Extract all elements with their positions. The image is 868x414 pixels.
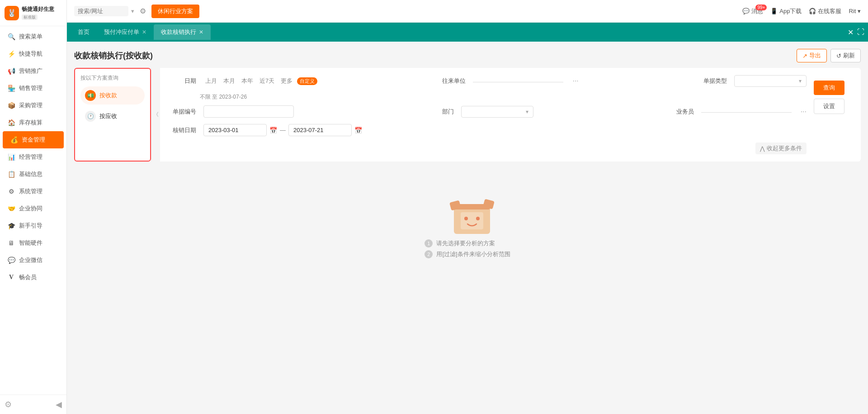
empty-illustration — [445, 189, 490, 234]
hint-num-1: 1 — [425, 239, 433, 247]
date-this-year[interactable]: 本年 — [240, 76, 255, 86]
filter-row-2: 单据编号 部门 ▾ 业务员 ··· — [169, 105, 807, 118]
app-download-button[interactable]: 📱 App下载 — [770, 7, 802, 15]
salesperson-input[interactable] — [701, 110, 792, 113]
counterparty-input[interactable] — [473, 80, 563, 82]
sidebar: 🐰 畅捷通好生意 标准版 🔍 搜索菜单 ⚡ 快捷导航 📢 营销推广 🏪 销售管理… — [0, 0, 67, 414]
sidebar-item-basic[interactable]: 📋 基础信息 — [0, 166, 66, 183]
basic-icon: 📋 — [7, 171, 15, 178]
empty-svg — [445, 189, 499, 238]
date-this-month[interactable]: 本月 — [222, 76, 237, 86]
page-header: 收款核销执行(按收款) ↗ 导出 ↺ 刷新 — [74, 49, 861, 62]
solution-button[interactable]: 休闲行业方案 — [151, 5, 199, 18]
verify-date-from[interactable] — [203, 124, 267, 136]
refresh-button[interactable]: ↺ 刷新 — [830, 49, 861, 62]
date-nolimit-text: 不限 至 2023-07-26 — [200, 93, 247, 101]
tab-close-all-icon[interactable]: ✕ — [848, 28, 854, 37]
filter-form-body: 日期 上月 本月 本年 近7天 更多 自定义 往来单位 — [169, 75, 852, 154]
tab-home[interactable]: 首页 — [71, 24, 97, 40]
sidebar-item-search[interactable]: 🔍 搜索菜单 — [0, 28, 66, 45]
sidebar-item-operations[interactable]: 📊 经营管理 — [0, 148, 66, 166]
date-label: 日期 — [169, 77, 196, 85]
sidebar-item-collab[interactable]: 🤝 企业协同 — [0, 200, 66, 217]
content-area: 收款核销执行(按收款) ↗ 导出 ↺ 刷新 按以下方案查询 💵 按收款 — [67, 42, 868, 414]
app-icon: 📱 — [770, 8, 778, 14]
tab-close-verify[interactable]: ✕ — [199, 29, 203, 35]
filter-settings-button[interactable]: 设置 — [814, 99, 844, 114]
tab-expand-icon[interactable]: ⛶ — [857, 28, 864, 37]
dropdown-icon[interactable]: ▾ — [131, 8, 134, 14]
sidebar-item-hardware[interactable]: 🖥 智能硬件 — [0, 234, 66, 252]
salesperson-more-icon[interactable]: ··· — [801, 108, 807, 116]
sidebar-item-system[interactable]: ⚙ 系统管理 — [0, 183, 66, 200]
receivable-icon: 🕐 — [85, 111, 96, 122]
date-custom-badge[interactable]: 自定义 — [297, 77, 317, 85]
filter-option-by-receipt[interactable]: 💵 按收款 — [80, 86, 145, 105]
voucher-no-label: 单据编号 — [169, 108, 196, 116]
guide-icon: 🎓 — [7, 222, 15, 229]
user-menu[interactable]: Rit ▾ — [849, 8, 861, 14]
tabbar: 首页 预付冲应付单 ✕ 收款核销执行 ✕ ✕ ⛶ — [67, 23, 868, 42]
voucher-no-input[interactable] — [203, 105, 294, 118]
main-area: ▾ ⚙ 休闲行业方案 💬 消息 99+ 📱 App下载 🎧 在线客服 Rit ▾ — [67, 0, 868, 414]
member-icon: V — [7, 274, 15, 281]
sales-icon: 🏪 — [7, 85, 15, 92]
sidebar-item-sales[interactable]: 🏪 销售管理 — [0, 80, 66, 97]
hint-num-2: 2 — [425, 250, 433, 258]
collapse-sidebar-icon[interactable]: ◀ — [56, 400, 62, 409]
filter-option-by-receivable[interactable]: 🕐 按应收 — [80, 107, 145, 125]
topbar-gear-icon[interactable]: ⚙ — [140, 7, 146, 15]
search-icon: 🔍 — [7, 33, 15, 40]
address-bar[interactable] — [74, 6, 128, 16]
sidebar-item-label: 资金管理 — [22, 136, 45, 144]
settings-bottom-icon[interactable]: ⚙ — [5, 400, 12, 409]
sidebar-item-member[interactable]: V 畅会员 — [0, 269, 66, 286]
sidebar-bottom: ⚙ ◀ — [0, 395, 66, 414]
dept-select[interactable]: ▾ — [461, 106, 533, 118]
collab-icon: 🤝 — [7, 205, 15, 212]
sidebar-item-label: 系统管理 — [19, 187, 42, 195]
sidebar-item-label: 采购管理 — [19, 101, 42, 109]
sidebar-item-label: 基础信息 — [19, 170, 42, 178]
sidebar-item-finance[interactable]: 💰 资金管理 — [3, 131, 64, 148]
date-7days[interactable]: 近7天 — [258, 76, 276, 86]
verify-date-to-cal-icon[interactable]: 📅 — [354, 127, 362, 134]
verify-date-from-cal-icon[interactable]: 📅 — [269, 127, 277, 134]
counterparty-more-icon[interactable]: ··· — [572, 77, 578, 85]
query-button[interactable]: 查询 — [814, 81, 844, 95]
voucher-type-select[interactable]: ▾ — [734, 75, 807, 87]
tab-prepay[interactable]: 预付冲应付单 ✕ — [97, 24, 154, 40]
refresh-icon: ↺ — [836, 52, 841, 59]
filter-buttons: 查询 设置 — [807, 75, 852, 154]
svg-point-3 — [476, 217, 480, 220]
svg-rect-1 — [461, 212, 483, 229]
sidebar-item-guide[interactable]: 🎓 新手引导 — [0, 217, 66, 234]
svg-rect-6 — [454, 204, 490, 209]
brand-area: ▾ — [74, 6, 134, 16]
tab-verify[interactable]: 收款核销执行 ✕ — [154, 24, 211, 40]
verify-date-to[interactable] — [288, 124, 352, 136]
page-actions: ↗ 导出 ↺ 刷新 — [797, 49, 861, 62]
app-name: 畅捷通好生意 — [22, 5, 54, 13]
page-title: 收款核销执行(按收款) — [74, 50, 153, 61]
date-more[interactable]: 更多 — [279, 76, 294, 86]
sidebar-item-marketing[interactable]: 📢 营销推广 — [0, 62, 66, 80]
messages-button[interactable]: 💬 消息 99+ — [742, 7, 763, 15]
export-button[interactable]: ↗ 导出 — [797, 49, 827, 62]
collapse-filter-button[interactable]: 《 — [151, 68, 160, 162]
sidebar-item-wechat[interactable]: 💬 企业微信 — [0, 252, 66, 269]
system-icon: ⚙ — [7, 188, 15, 195]
sidebar-item-purchase[interactable]: 📦 采购管理 — [0, 97, 66, 114]
sidebar-item-inventory[interactable]: 🏠 库存核算 — [0, 114, 66, 131]
empty-hint-1: 1 请先选择要分析的方案 — [425, 239, 510, 247]
tab-close-prepay[interactable]: ✕ — [142, 29, 146, 35]
logo-icon: 🐰 — [5, 6, 19, 20]
collapse-more-button[interactable]: ⋀ 收起更多条件 — [755, 143, 807, 154]
verify-date-label: 核销日期 — [169, 126, 196, 134]
online-service-button[interactable]: 🎧 在线客服 — [809, 7, 841, 15]
sidebar-item-label: 智能硬件 — [19, 239, 42, 247]
date-last-month[interactable]: 上月 — [203, 76, 219, 86]
sidebar-item-quicknav[interactable]: ⚡ 快捷导航 — [0, 45, 66, 62]
sidebar-item-label: 搜索菜单 — [19, 33, 42, 41]
logo-text: 畅捷通好生意 标准版 — [22, 5, 54, 20]
